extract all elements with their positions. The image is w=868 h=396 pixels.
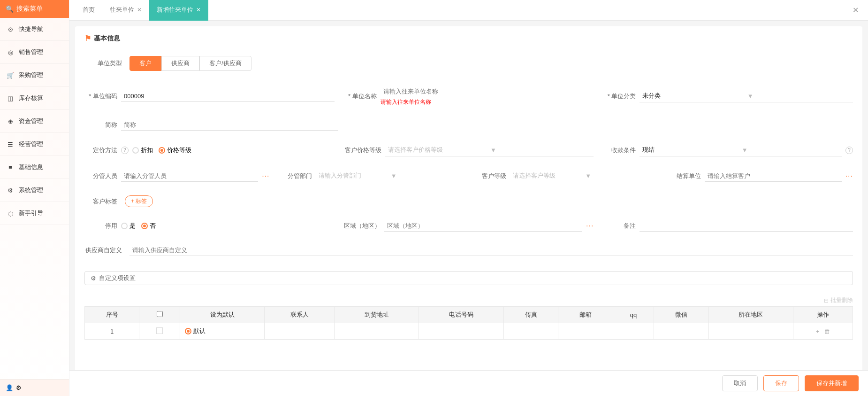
- sidebar-item-inventory[interactable]: ◫ 库存核算: [0, 87, 69, 110]
- row-seq: 1: [85, 323, 139, 340]
- row-checkbox-cell[interactable]: [139, 323, 180, 340]
- system-icon: ⚙: [6, 186, 15, 195]
- row-default-radio[interactable]: [185, 328, 191, 334]
- disabled-no-item[interactable]: 否: [141, 222, 156, 230]
- unit-code-label: * 单位编码: [84, 92, 117, 101]
- region-input[interactable]: [384, 220, 582, 232]
- select-all-checkbox[interactable]: [157, 311, 163, 317]
- row-email[interactable]: [558, 323, 613, 340]
- unit-name-input[interactable]: [381, 86, 594, 97]
- inventory-icon: ◫: [6, 93, 15, 103]
- pricing-help-icon[interactable]: ?: [121, 147, 129, 154]
- row-address[interactable]: [334, 323, 419, 340]
- save-button[interactable]: 保存: [763, 375, 799, 391]
- short-name-input[interactable]: [121, 119, 338, 131]
- settings-icon[interactable]: ⚙: [16, 384, 22, 391]
- add-tag-btn[interactable]: + 标签: [125, 195, 153, 207]
- unit-type-both[interactable]: 客户/供应商: [199, 56, 251, 71]
- manager-more-btn[interactable]: ···: [262, 172, 269, 180]
- category-chevron-icon: ▼: [747, 93, 850, 100]
- row-fax[interactable]: [504, 323, 558, 340]
- tab-home[interactable]: 首页: [75, 0, 102, 21]
- pricing-label: 定价方法: [84, 146, 117, 155]
- settlement-more-btn[interactable]: ···: [845, 172, 853, 180]
- col-actions: 操作: [793, 307, 853, 323]
- sidebar-item-quick-nav[interactable]: ⊙ 快捷导航: [0, 18, 69, 41]
- disabled-yes-item[interactable]: 是: [121, 222, 136, 230]
- close-new-partner-tab[interactable]: ✕: [196, 7, 201, 13]
- close-partners-tab[interactable]: ✕: [137, 7, 142, 13]
- remark-input[interactable]: [640, 220, 853, 232]
- section-basic-info: ⚑ 基本信息: [84, 34, 853, 43]
- tab-new-partner[interactable]: 新增往来单位 ✕: [149, 0, 208, 21]
- col-checkbox[interactable]: [139, 307, 180, 323]
- settlement-input[interactable]: [705, 171, 842, 182]
- payment-value: 现结: [642, 146, 739, 154]
- dept-placeholder: 请输入分管部门: [319, 171, 389, 180]
- payment-help-icon[interactable]: ?: [845, 147, 853, 154]
- pricing-discount-radio[interactable]: [132, 147, 139, 154]
- row-checkbox[interactable]: [156, 327, 163, 334]
- contacts-table-section: ⊟ 批量删除 序号 设为默认 联系人 到货地址 电话号码 传真 邮箱 qq: [84, 296, 853, 340]
- gear-icon: ⚙: [91, 275, 96, 282]
- row-default-radio-item[interactable]: 默认: [185, 327, 260, 335]
- manager-input[interactable]: [121, 171, 258, 182]
- unit-type-supplier[interactable]: 供应商: [161, 56, 199, 71]
- form-row-1: * 单位编码 * 单位名称 请输入往来单位名称 * 单位分类 未分类 ▼: [84, 86, 853, 106]
- unit-type-customer[interactable]: 客户: [129, 56, 161, 71]
- custom-settings-btn[interactable]: ⚙ 自定义项设置: [84, 271, 853, 285]
- sidebar-item-guide[interactable]: ◌ 新手引导: [0, 202, 69, 225]
- unit-category-field: * 单位分类 未分类 ▼: [603, 86, 853, 106]
- batch-delete-btn[interactable]: ⊟ 批量删除: [84, 296, 853, 304]
- short-name-label: 简称: [84, 121, 117, 129]
- sidebar-item-basic[interactable]: ≡ 基础信息: [0, 156, 69, 179]
- row-phone[interactable]: [419, 323, 504, 340]
- customer-level-chevron: ▼: [585, 172, 655, 179]
- unit-code-input[interactable]: [121, 91, 335, 102]
- batch-delete-icon: ⊟: [824, 297, 829, 304]
- row-qq[interactable]: [613, 323, 654, 340]
- row-contact[interactable]: [265, 323, 334, 340]
- row-op[interactable]: + 🗑: [793, 323, 853, 340]
- sidebar-item-finance[interactable]: ⊕ 资金管理: [0, 110, 69, 133]
- add-row-icon[interactable]: +: [816, 328, 820, 335]
- user-icon: 👤: [6, 384, 13, 391]
- customer-price-select[interactable]: 请选择客户价格等级 ▼: [385, 144, 594, 156]
- unit-category-value: 未分类: [642, 92, 745, 100]
- customer-level-select[interactable]: 请选择客户等级 ▼: [510, 170, 659, 182]
- delete-row-icon[interactable]: 🗑: [824, 328, 830, 335]
- disabled-yes-radio[interactable]: [121, 223, 128, 229]
- pricing-discount[interactable]: 折扣: [132, 146, 153, 155]
- row-region[interactable]: [708, 323, 793, 340]
- unit-name-wrapper: 请输入往来单位名称: [381, 86, 594, 106]
- unit-category-select[interactable]: 未分类 ▼: [640, 90, 853, 102]
- sidebar: 🔍 搜索菜单 ⊙ 快捷导航 ◎ 销售管理 🛒 采购管理 ◫ 库存核算 ⊕ 资金管…: [0, 0, 69, 396]
- col-contact: 联系人: [265, 307, 334, 323]
- customer-price-chevron: ▼: [490, 147, 591, 154]
- disabled-no-radio[interactable]: [141, 223, 148, 229]
- region-more-btn[interactable]: ···: [586, 222, 594, 230]
- tab-partners[interactable]: 往来单位 ✕: [102, 0, 149, 21]
- pricing-level-radio[interactable]: [159, 147, 165, 154]
- close-window-button[interactable]: ✕: [849, 6, 862, 15]
- row-wechat[interactable]: [654, 323, 708, 340]
- customer-price-placeholder: 请选择客户价格等级: [388, 146, 488, 154]
- save-new-button[interactable]: 保存并新增: [805, 375, 859, 391]
- sidebar-item-purchase[interactable]: 🛒 采购管理: [0, 64, 69, 87]
- sidebar-search[interactable]: 🔍 搜索菜单: [0, 0, 69, 18]
- col-phone: 电话号码: [419, 307, 504, 323]
- sidebar-item-system[interactable]: ⚙ 系统管理: [0, 179, 69, 202]
- payment-select[interactable]: 现结 ▼: [640, 144, 842, 156]
- dept-select[interactable]: 请输入分管部门 ▼: [316, 170, 464, 182]
- pricing-radio-group: 折扣 价格等级: [132, 146, 191, 155]
- pricing-field: 定价方法 ? 折扣 价格等级: [84, 144, 335, 156]
- payment-label: 收款条件: [603, 146, 636, 155]
- col-fax: 传真: [504, 307, 558, 323]
- contacts-table: 序号 设为默认 联系人 到货地址 电话号码 传真 邮箱 qq 微信 所在地区 操…: [84, 306, 853, 340]
- sidebar-item-operations[interactable]: ☰ 经营管理: [0, 133, 69, 156]
- supplier-custom-input[interactable]: [129, 245, 853, 256]
- cancel-button[interactable]: 取消: [722, 375, 758, 391]
- pricing-level[interactable]: 价格等级: [159, 146, 191, 155]
- form-content: ⚑ 基本信息 单位类型 客户 供应商 客户/供应商 * 单位编码 * 单位名称 …: [75, 26, 862, 390]
- sidebar-item-sales[interactable]: ◎ 销售管理: [0, 41, 69, 64]
